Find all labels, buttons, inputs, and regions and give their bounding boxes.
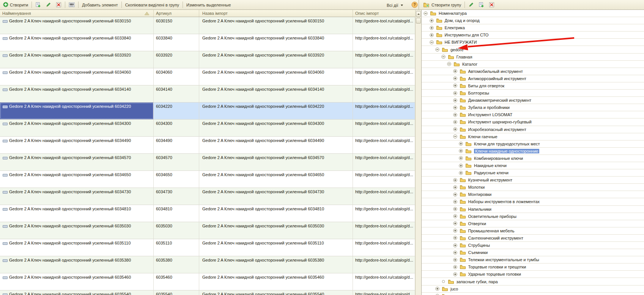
expand-toggle-icon[interactable] xyxy=(453,91,457,95)
cell-article[interactable]: 6030150 xyxy=(154,17,199,34)
cell-name[interactable]: Gedore 2 A Ключ накидной односторонний у… xyxy=(0,154,154,170)
expand-toggle-icon[interactable] xyxy=(435,287,439,291)
column-header-import-desc[interactable]: Опис імпорт xyxy=(353,10,415,17)
create-group-button[interactable]: Створити групу xyxy=(421,0,463,9)
cell-import-name[interactable]: Gedore 2 A Ключ накидной односторонний у… xyxy=(199,273,353,290)
tree-item[interactable]: Инструмент шарнирно-губцевый xyxy=(422,118,644,126)
cell-name[interactable]: Gedore 2 A Ключ накидной односторонний у… xyxy=(0,34,154,51)
cell-name[interactable]: Gedore 2 A Ключ накидной односторонний у… xyxy=(0,51,154,68)
cell-article[interactable]: 6033920 xyxy=(154,51,199,68)
cell-name[interactable]: Gedore 2 A Ключ накидной односторонний у… xyxy=(0,188,154,205)
tree-item-label[interactable]: Дом, сад и огород xyxy=(445,18,480,23)
cell-import-desc[interactable]: http://gedore-tool.ru/catalog/d... xyxy=(353,290,415,295)
cell-import-name[interactable]: Gedore 2 A Ключ накидной односторонний у… xyxy=(199,103,353,119)
tree-item[interactable]: Главная xyxy=(422,54,644,61)
copy-item-button[interactable] xyxy=(33,0,43,9)
tree-item-label[interactable]: Инструмент шарнирно-губцевый xyxy=(468,120,532,124)
tree-item[interactable]: Радиусные ключи xyxy=(422,169,644,177)
cell-import-desc[interactable]: http://gedore-tool.ru/catalog/d... xyxy=(353,103,415,119)
tree-item-label[interactable]: запасные губки, пара xyxy=(457,279,498,284)
cell-article[interactable]: 6034490 xyxy=(154,137,199,153)
tree-item[interactable]: Болторезы xyxy=(422,90,644,97)
expand-toggle-icon[interactable] xyxy=(459,156,463,160)
tree-item-label[interactable]: Антикоррозийный инструмент xyxy=(468,76,526,81)
cell-import-name[interactable]: Gedore 2 A Ключ накидной односторонний у… xyxy=(199,171,353,188)
tree-item[interactable]: Дом, сад и огород xyxy=(422,17,644,24)
expand-toggle-icon[interactable] xyxy=(453,200,457,204)
tree-item-label[interactable]: Монтировки xyxy=(468,192,492,197)
copy-group-button[interactable] xyxy=(476,0,487,9)
tree-item[interactable]: Наборы инструментов в ложементах xyxy=(422,198,644,205)
expand-toggle-icon[interactable] xyxy=(453,192,457,197)
cell-name[interactable]: Gedore 2 A Ключ накидной односторонний у… xyxy=(0,85,154,102)
tree-item-label[interactable]: Биты для отверток xyxy=(468,84,505,88)
cell-name[interactable]: Gedore 2 A Ключ накидной односторонний у… xyxy=(0,120,154,136)
table-row[interactable]: Gedore 2 A Ключ накидной односторонний у… xyxy=(0,34,415,51)
expand-toggle-icon[interactable] xyxy=(453,272,457,276)
tree-item[interactable]: Автомобильный инструмент xyxy=(422,68,644,75)
tree-item-label[interactable]: Сантехнический инструмент xyxy=(468,236,523,240)
tree-item[interactable]: Ключи для труднодоступных мест xyxy=(422,140,644,148)
cell-article[interactable]: 6035460 xyxy=(154,273,199,290)
cell-name[interactable]: Gedore 2 A Ключ накидной односторонний у… xyxy=(0,273,154,290)
cell-import-desc[interactable]: http://gedore-tool.ru/catalog/d... xyxy=(353,137,415,153)
cell-name[interactable]: Gedore 2 A Ключ накидной односторонний у… xyxy=(0,222,154,239)
expand-toggle-icon[interactable] xyxy=(453,113,457,117)
tree-item-label[interactable]: Главная xyxy=(457,55,472,59)
tree-item-label[interactable]: Промышленная мебель xyxy=(468,229,515,233)
tree-item[interactable]: Тележки инструментальные и тумбы xyxy=(422,256,644,263)
cell-import-name[interactable]: Gedore 2 A Ключ накидной односторонний у… xyxy=(199,17,353,34)
tree-item-label[interactable]: Напильники xyxy=(468,207,492,211)
table-row[interactable]: Gedore 2 A Ключ накидной односторонний у… xyxy=(0,17,415,34)
tree-item-label[interactable]: Ключи гаечные xyxy=(468,134,498,139)
cell-name[interactable]: Gedore 2 A Ключ накидной односторонний у… xyxy=(0,137,154,153)
help-button[interactable]: ? xyxy=(411,2,418,9)
cell-article[interactable]: 6034300 xyxy=(154,120,199,136)
tree-item[interactable]: Сантехнический инструмент xyxy=(422,235,644,242)
collapse-toggle-icon[interactable] xyxy=(435,47,439,52)
tree-item[interactable]: запасные губки, пара xyxy=(422,278,644,285)
table-row[interactable]: Gedore 2 A Ключ накидной односторонний у… xyxy=(0,290,415,295)
tree-item[interactable]: Промышленная мебель xyxy=(422,227,644,235)
tree-item-label[interactable]: Наборы инструментов в ложементах xyxy=(468,199,540,204)
tree-item-label[interactable]: Молотки xyxy=(468,185,485,189)
tree-item[interactable]: Осветительные приборы xyxy=(422,213,644,220)
expand-toggle-icon[interactable] xyxy=(453,236,457,240)
collapse-toggle-icon[interactable] xyxy=(424,11,428,16)
tree-item-label[interactable]: Осветительные приборы xyxy=(468,214,516,219)
cell-name[interactable]: Gedore 2 A Ключ накидной односторонний у… xyxy=(0,239,154,256)
cell-name[interactable]: Gedore 2 A Ключ накидной односторонний у… xyxy=(0,290,154,295)
expand-toggle-icon[interactable] xyxy=(453,221,457,226)
cell-article[interactable]: 6034810 xyxy=(154,205,199,222)
tree-item[interactable]: Монтировки xyxy=(422,191,644,198)
tree-item-label[interactable]: Инструменты для СТО xyxy=(445,33,489,37)
cell-import-name[interactable]: Gedore 2 A Ключ накидной односторонний у… xyxy=(199,68,353,85)
column-header-article[interactable]: Артикул xyxy=(154,10,199,17)
expand-toggle-icon[interactable] xyxy=(453,214,457,218)
expand-toggle-icon[interactable] xyxy=(459,171,463,175)
table-row[interactable]: Gedore 2 A Ключ накидной односторонний у… xyxy=(0,85,415,103)
table-row[interactable]: Gedore 2 A Ключ накидной односторонний у… xyxy=(0,239,415,256)
tree-item-label[interactable]: Болторезы xyxy=(468,91,490,95)
tree-item-label[interactable]: Отвертки xyxy=(468,221,486,226)
cell-name[interactable]: Gedore 2 A Ключ накидной односторонний у… xyxy=(0,171,154,188)
tree-item-label[interactable]: Кузнечный инструмент xyxy=(468,178,513,182)
add-element-button[interactable]: Добавить элемент xyxy=(80,0,120,9)
column-header-import-name[interactable]: Назва імпорт xyxy=(199,10,353,17)
delete-group-button[interactable] xyxy=(487,0,497,9)
cell-import-name[interactable]: Gedore 2 A Ключ накидной односторонний у… xyxy=(199,239,353,256)
cell-article[interactable]: 6034730 xyxy=(154,188,199,205)
tree-item[interactable] xyxy=(422,293,644,295)
expand-toggle-icon[interactable] xyxy=(430,19,434,23)
expand-toggle-icon[interactable] xyxy=(453,84,457,88)
barcode-button[interactable] xyxy=(66,0,77,9)
tree-item-label[interactable]: juco xyxy=(450,287,458,291)
tree-item-label[interactable]: Съемники xyxy=(468,250,488,255)
cell-import-desc[interactable]: http://gedore-tool.ru/catalog/d... xyxy=(353,239,415,256)
cell-import-name[interactable]: Gedore 2 A Ключ накидной односторонний у… xyxy=(199,290,353,295)
table-scrollbar[interactable] xyxy=(415,10,421,295)
tree-item[interactable]: Кузнечный инструмент xyxy=(422,177,644,184)
tree-item[interactable]: Биты для отверток xyxy=(422,82,644,90)
tree-item[interactable]: Ключи накидные односторонние xyxy=(422,148,644,155)
tree-item-label[interactable]: Торцевые головки и трещотки xyxy=(468,265,526,269)
